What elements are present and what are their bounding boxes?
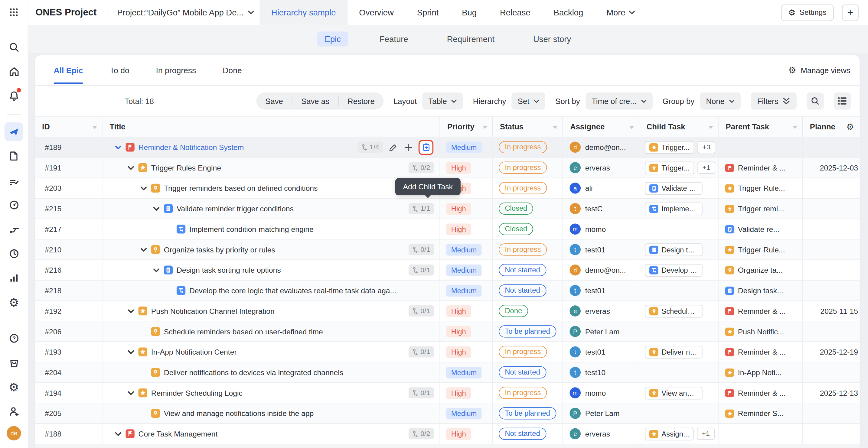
- cell-status[interactable]: Not started: [493, 424, 563, 444]
- cell-status[interactable]: Closed: [493, 199, 563, 219]
- parent-task-link[interactable]: Reminder S...: [725, 409, 784, 417]
- table-row-189[interactable]: #189 Reminder & Notification System 1/4 …: [35, 137, 860, 158]
- sidebar-item-workflow-icon[interactable]: [4, 220, 23, 238]
- child-task-chip[interactable]: Deliver noti...: [645, 346, 702, 358]
- child-task-chip[interactable]: View and m...: [645, 387, 702, 399]
- issue-title[interactable]: View and manage notifications inside the…: [164, 409, 314, 417]
- column-header-child-task[interactable]: Child Task: [639, 117, 719, 137]
- issue-title[interactable]: Organize tasks by priority or rules: [164, 246, 275, 254]
- child-task-chip[interactable]: Develop th...: [645, 264, 702, 276]
- expand-caret-icon[interactable]: [126, 166, 135, 169]
- cell-priority[interactable]: High: [440, 424, 493, 444]
- expand-caret-icon[interactable]: [152, 207, 161, 211]
- layout-dropdown[interactable]: Table: [422, 93, 463, 110]
- table-row-216[interactable]: #216 Design task sorting rule options 0/…: [35, 260, 860, 281]
- parent-task-link[interactable]: Trigger remi...: [725, 204, 784, 213]
- cell-status[interactable]: To be planned: [493, 321, 563, 341]
- sidebar-item-goals-icon[interactable]: [4, 195, 23, 214]
- issue-title[interactable]: Develop the core logic that evaluates re…: [189, 286, 396, 294]
- view-tab-in-progress[interactable]: In progress: [156, 55, 196, 85]
- top-nav-item-release[interactable]: Release: [489, 0, 542, 25]
- child-task-chip[interactable]: Schedule re...: [645, 305, 702, 317]
- table-row-206[interactable]: #206 Schedule reminders based on user-de…: [35, 321, 860, 342]
- home-icon[interactable]: [4, 62, 23, 81]
- new-epic-dropdown[interactable]: [98, 92, 116, 110]
- cell-assignee[interactable]: d demo@on...: [563, 260, 639, 280]
- cell-priority[interactable]: High: [440, 199, 493, 219]
- add-button[interactable]: +: [842, 4, 859, 21]
- expand-caret-icon[interactable]: [139, 186, 148, 190]
- top-nav-item-backlog[interactable]: Backlog: [542, 0, 595, 25]
- cell-priority[interactable]: Medium: [440, 362, 493, 382]
- top-nav-item-sprint[interactable]: Sprint: [405, 0, 450, 25]
- parent-task-link[interactable]: Reminder & ...: [725, 348, 786, 356]
- column-header-assignee[interactable]: Assignee: [563, 117, 639, 137]
- sidebar-item-reports-icon[interactable]: [4, 268, 23, 287]
- sidebar-item-testing-icon[interactable]: ⚙: [4, 293, 23, 311]
- issue-title[interactable]: Trigger reminders based on defined condi…: [164, 184, 318, 192]
- save-button[interactable]: Save: [256, 93, 292, 110]
- settings-button[interactable]: ⚙ Settings: [781, 4, 834, 21]
- cell-priority[interactable]: Medium: [440, 137, 493, 157]
- sidebar-item-tasks-icon[interactable]: [4, 171, 23, 190]
- cell-assignee[interactable]: m momo: [563, 383, 639, 403]
- issue-title[interactable]: Reminder & Notification System: [138, 143, 244, 151]
- column-header-status[interactable]: Status: [493, 117, 563, 137]
- notifications-bell-icon[interactable]: [4, 87, 23, 105]
- invite-member-icon[interactable]: [4, 402, 23, 420]
- expand-caret-icon[interactable]: [139, 248, 148, 252]
- more-children-chip[interactable]: +3: [698, 141, 715, 153]
- view-tab-to-do[interactable]: To do: [110, 55, 129, 85]
- table-row-217[interactable]: #217 Implement condition-matching engine…: [35, 219, 860, 240]
- parent-task-link[interactable]: Push Notific...: [725, 327, 784, 335]
- cell-priority[interactable]: High: [440, 342, 493, 362]
- cell-status[interactable]: In progress: [493, 240, 563, 260]
- view-tab-all-epic[interactable]: All Epic: [54, 55, 83, 85]
- cell-priority[interactable]: Medium: [440, 403, 493, 423]
- more-children-chip[interactable]: +1: [698, 161, 715, 173]
- sidebar-item-pages-icon[interactable]: [4, 147, 23, 165]
- table-row-205[interactable]: #205 View and manage notifications insid…: [35, 403, 860, 424]
- table-row-204[interactable]: #204 Deliver notifications to devices vi…: [35, 362, 860, 383]
- issue-title[interactable]: Validate reminder trigger conditions: [177, 204, 294, 213]
- cell-status[interactable]: Not started: [493, 260, 563, 280]
- new-epic-button[interactable]: Epic: [54, 92, 117, 110]
- issue-tab-user-story[interactable]: User story: [526, 31, 578, 46]
- app-grid-icon[interactable]: [4, 3, 23, 22]
- child-task-chip[interactable]: Validate re...: [645, 182, 702, 194]
- cell-status[interactable]: Not started: [493, 281, 563, 300]
- issue-tab-feature[interactable]: Feature: [372, 31, 415, 46]
- cell-status[interactable]: In progress: [493, 137, 563, 157]
- cell-status[interactable]: In progress: [493, 178, 563, 198]
- issue-title[interactable]: Deliver notifications to devices via int…: [164, 368, 343, 376]
- cell-assignee[interactable]: P Peter Lam: [563, 403, 639, 423]
- parent-task-link[interactable]: Design task...: [725, 286, 783, 294]
- sidebar-item-time-icon[interactable]: [4, 244, 23, 263]
- cell-priority[interactable]: High: [440, 321, 493, 341]
- user-avatar[interactable]: de: [7, 426, 21, 441]
- cell-priority[interactable]: Medium: [440, 240, 493, 260]
- issue-title[interactable]: Push Notification Channel Integration: [151, 307, 275, 315]
- issue-title[interactable]: Core Task Management: [138, 429, 218, 438]
- column-header-priority[interactable]: Priority: [440, 117, 493, 137]
- table-row-215[interactable]: #215 Validate reminder trigger condition…: [35, 199, 860, 219]
- search-icon[interactable]: [4, 37, 23, 56]
- cell-assignee[interactable]: e erveras: [563, 424, 639, 444]
- top-nav-item-bug[interactable]: Bug: [450, 0, 489, 25]
- cell-status[interactable]: In progress: [493, 383, 563, 403]
- expand-caret-icon[interactable]: [126, 391, 135, 395]
- issue-title[interactable]: Schedule reminders based on user-defined…: [164, 327, 323, 335]
- cell-priority[interactable]: Medium: [440, 260, 493, 280]
- parent-task-link[interactable]: Trigger Rule...: [725, 246, 785, 254]
- app-store-bag-icon[interactable]: [4, 353, 23, 372]
- issue-tab-requirement[interactable]: Requirement: [440, 31, 502, 46]
- cell-assignee[interactable]: d demo@on...: [563, 137, 639, 157]
- issue-title[interactable]: Trigger Rules Engine: [151, 164, 221, 172]
- cell-assignee[interactable]: t testC: [563, 199, 639, 219]
- more-children-chip[interactable]: +1: [697, 428, 715, 440]
- group-by-dropdown[interactable]: None: [700, 93, 740, 110]
- cell-assignee[interactable]: P Peter Lam: [563, 321, 639, 341]
- cell-assignee[interactable]: t test01: [563, 342, 639, 362]
- cell-status[interactable]: Not started: [493, 362, 563, 382]
- filters-button[interactable]: Filters: [751, 93, 797, 110]
